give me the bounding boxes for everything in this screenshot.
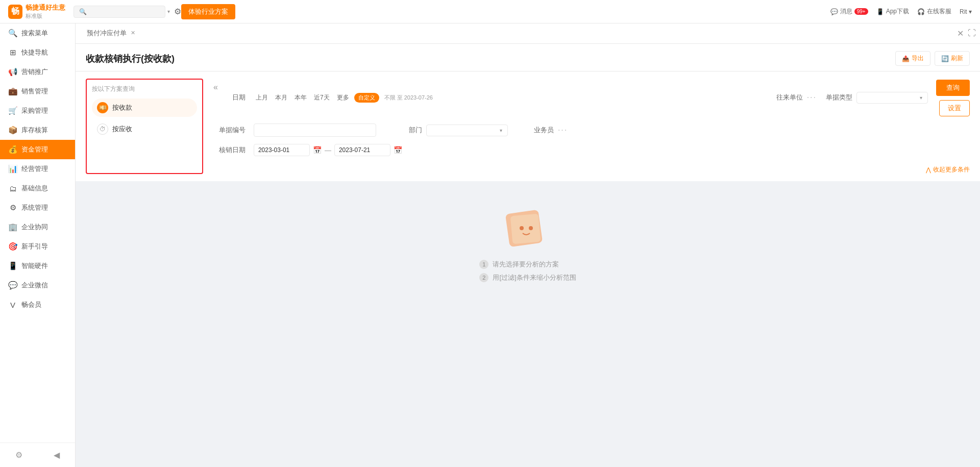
sidebar-label-marketing: 营销推广 [21,67,48,77]
search-chevron[interactable]: ▾ [167,9,170,14]
sidebar-item-inventory[interactable]: 📦库存核算 [0,120,75,140]
tip-text-2: 用[过滤]条件来缩小分析范围 [493,273,576,282]
tip-num-2: 2 [479,273,488,282]
sidebar-label-sales: 销售管理 [21,87,48,96]
date-7days[interactable]: 近7天 [312,92,332,103]
sidebar-label-enterprise: 企业协同 [21,223,48,232]
sidebar-item-enterprise[interactable]: 🏢企业协同 [0,217,75,237]
sidebar-icon-search: 🔍 [8,29,17,38]
svg-rect-1 [510,214,541,244]
sidebar-label-finance: 资金管理 [21,145,48,154]
sidebar-item-hardware[interactable]: 📱智能硬件 [0,256,75,276]
logo-badge: 标准版 [26,12,65,20]
sidebar-item-finance[interactable]: 💰资金管理 [0,140,75,159]
query-actions: 查询 设置 [936,79,970,116]
doc-no-input[interactable] [254,124,376,137]
date-more[interactable]: 更多 [335,92,351,103]
sidebar-icon-wechat: 💬 [8,281,17,290]
sidebar-item-basic[interactable]: 🗂基础信息 [0,179,75,198]
receipt-icon: 💴 [97,102,108,113]
date-this-year[interactable]: 本年 [292,92,309,103]
query-button[interactable]: 查询 [936,80,970,96]
sidebar-icon-finance: 💰 [8,145,17,154]
staff-dots[interactable]: ··· [558,126,568,135]
writeoff-start-calendar-icon[interactable]: 📅 [313,146,322,154]
collapse-button[interactable]: ⋀ 收起更多条件 [926,165,970,174]
filter-option-by-receipt[interactable]: 💴 按收款 [92,99,197,117]
sidebar-item-business[interactable]: 📊经营管理 [0,159,75,179]
sidebar-label-inventory: 库存核算 [21,126,48,135]
svg-point-2 [520,226,524,230]
logo-area: 畅 畅捷通好生意 标准版 [8,3,65,20]
filter-more-row: ⋀ 收起更多条件 [218,163,970,174]
sidebar-item-search[interactable]: 🔍搜索菜单 [0,23,75,43]
sidebar-item-system[interactable]: ⚙系统管理 [0,198,75,217]
dept-select[interactable]: ▾ [426,125,508,136]
date-last-month[interactable]: 上月 [254,92,270,103]
filter-row-1: 日期 上月 本月 本年 近7天 更多 自定义 不限 至 2023-07-26 [218,79,970,116]
solution-button[interactable]: 体验行业方案 [181,4,235,19]
filter-option-by-receivable[interactable]: ⏱ 按应收 [92,120,197,138]
sidebar-item-member[interactable]: V畅会员 [0,295,75,314]
tab-expand-actions: ✕ ⛶ [957,29,976,38]
filter-area: 按以下方案查询 💴 按收款 ⏱ 按应收 « [76,71,980,181]
filter-panel-toggle[interactable]: « [213,81,218,92]
doc-type-chevron: ▾ [920,95,922,101]
date-custom[interactable]: 自定义 [354,93,379,103]
sidebar-icon-enterprise: 🏢 [8,223,17,232]
sidebar-label-business: 经营管理 [21,164,48,174]
filter-body: 按以下方案查询 💴 按收款 ⏱ 按应收 « [86,79,970,174]
setting-button[interactable]: 设置 [939,100,970,116]
tab-close-icon[interactable]: ✕ [957,29,964,38]
writeoff-end-input[interactable] [334,144,390,156]
sidebar-icon-business: 📊 [8,164,17,174]
app-download-link[interactable]: 📱 App下载 [876,7,909,16]
sidebar-item-quick-nav[interactable]: ⊞快捷导航 [0,43,75,62]
tab-prepay[interactable]: 预付冲应付单✕ [80,23,142,44]
settings-icon[interactable]: ⚙ [174,7,181,16]
sidebar-icon-marketing: 📢 [8,67,17,77]
sidebar-label-search: 搜索菜单 [21,29,48,38]
content-area: 首页预付冲应付单✕收款核销执行✕ ✕ ⛶ 收款核销执行(按收款) 📤 导出 [76,23,980,467]
online-service-link[interactable]: 🎧 在线客服 [917,7,951,16]
filter-form: 日期 上月 本月 本年 近7天 更多 自定义 不限 至 2023-07-26 [218,79,970,174]
sidebar-item-purchase[interactable]: 🛒采购管理 [0,101,75,120]
header-actions: 📤 导出 🔄 刷新 [895,51,970,66]
sidebar-item-marketing[interactable]: 📢营销推广 [0,62,75,82]
page-content: 收款核销执行(按收款) 📤 导出 🔄 刷新 [76,44,980,467]
sidebar-icon-guide: 🎯 [8,242,17,251]
dept-label: 部门 [395,126,422,135]
sidebar-icon-system: ⚙ [8,203,17,212]
sidebar-item-wechat[interactable]: 💬企业微信 [0,276,75,295]
sidebar-icon-hardware: 📱 [8,261,17,271]
refresh-button[interactable]: 🔄 刷新 [935,51,970,66]
refresh-icon: 🔄 [941,55,949,62]
sidebar-item-guide[interactable]: 🎯新手引导 [0,237,75,256]
date-this-month[interactable]: 本月 [273,92,289,103]
sidebar-label-member: 畅会员 [21,300,41,309]
sidebar-icon-basic: 🗂 [8,184,17,193]
sidebar-settings-icon[interactable]: ⚙ [12,447,26,463]
user-info[interactable]: Rit ▾ [960,8,972,15]
sidebar-item-sales[interactable]: 💼销售管理 [0,82,75,101]
sidebar-icon-member: V [8,301,17,309]
sidebar-label-wechat: 企业微信 [21,281,48,290]
online-service-label: 在线客服 [927,7,951,16]
doc-type-select[interactable]: ▾ [856,92,928,104]
writeoff-date-range: 📅 — 📅 [254,144,402,156]
message-icon: 💬 [830,8,838,15]
writeoff-start-input[interactable] [254,144,310,156]
by-receivable-label: 按应收 [112,125,132,134]
tab-close-prepay[interactable]: ✕ [131,30,135,36]
tab-fullscreen-icon[interactable]: ⛶ [968,29,976,38]
partner-dots[interactable]: ··· [807,93,817,102]
filter-panel-left: 按以下方案查询 💴 按收款 ⏱ 按应收 [86,79,203,174]
user-chevron: ▾ [969,8,972,15]
writeoff-end-calendar-icon[interactable]: 📅 [394,146,402,154]
by-receipt-label: 按收款 [112,103,132,112]
export-button[interactable]: 📤 导出 [895,51,930,66]
message-link[interactable]: 💬 消息 99+ [830,7,868,16]
sidebar-label-guide: 新手引导 [21,242,48,251]
sidebar-collapse-icon[interactable]: ◀ [51,447,63,463]
sidebar-items: 🔍搜索菜单⊞快捷导航📢营销推广💼销售管理🛒采购管理📦库存核算💰资金管理📊经营管理… [0,23,75,314]
